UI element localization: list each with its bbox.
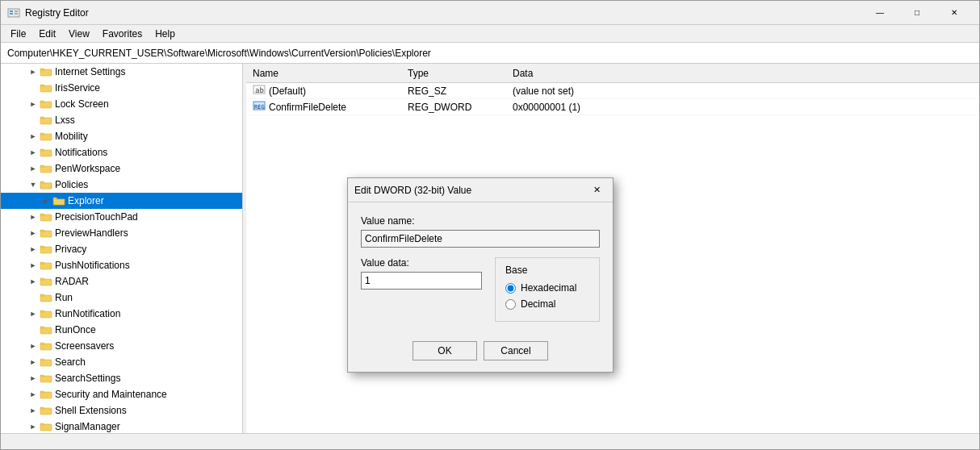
folder-icon: [40, 210, 52, 223]
tree-expander-icon[interactable]: ►: [27, 65, 40, 78]
dialog-data-row: Value data: Base Hexadecimal Decimal: [361, 257, 600, 322]
folder-icon: [40, 420, 52, 433]
tree-expander-icon[interactable]: ►: [40, 194, 52, 207]
hexadecimal-radio-label[interactable]: Hexadecimal: [505, 282, 589, 294]
tree-expander-icon[interactable]: ►: [27, 162, 40, 175]
hexadecimal-radio[interactable]: [505, 283, 516, 294]
tree-item[interactable]: ► Shell Extensions: [1, 402, 242, 419]
folder-icon: [40, 98, 52, 110]
folder-icon: [52, 194, 65, 207]
tree-item-label: IrisService: [55, 82, 100, 94]
tree-item[interactable]: ► Privacy: [1, 241, 242, 257]
tree-expander-icon[interactable]: ►: [27, 388, 40, 401]
decimal-radio-label[interactable]: Decimal: [505, 298, 589, 310]
address-path: Computer\HKEY_CURRENT_USER\Software\Micr…: [7, 48, 431, 59]
tree-expander-icon[interactable]: ►: [27, 259, 40, 272]
tree-expander-icon[interactable]: [27, 323, 40, 336]
menu-item-edit[interactable]: Edit: [32, 27, 62, 41]
svg-text:ab: ab: [255, 86, 264, 94]
tree-item[interactable]: ► Explorer: [1, 193, 242, 209]
tree-item[interactable]: ► PenWorkspace: [1, 160, 242, 177]
tree-item[interactable]: ► RADAR: [1, 273, 242, 290]
dialog-data-section: Value data:: [361, 257, 482, 322]
menu-item-favorites[interactable]: Favorites: [96, 27, 149, 41]
statusbar: [1, 433, 979, 449]
tree-item[interactable]: ► Screensavers: [1, 338, 242, 354]
tree-expander-icon[interactable]: ►: [27, 98, 40, 110]
tree-expander-icon[interactable]: ►: [27, 307, 40, 320]
table-row[interactable]: ab (Default)REG_SZ(value not set): [246, 83, 979, 99]
folder-icon: [40, 356, 52, 369]
cell-type: REG_SZ: [408, 85, 513, 97]
dialog-close-button[interactable]: ✕: [587, 181, 606, 199]
tree-item[interactable]: ► PrecisionTouchPad: [1, 209, 242, 225]
tree-item[interactable]: ► Internet Settings: [1, 64, 242, 80]
folder-icon: [40, 340, 52, 352]
dialog-title: Edit DWORD (32-bit) Value: [354, 185, 587, 196]
tree-expander-icon[interactable]: ►: [27, 420, 40, 433]
tree-expander-icon[interactable]: ►: [27, 210, 40, 223]
col-header-name: Name: [246, 68, 408, 79]
tree-item-label: Run: [55, 292, 73, 303]
tree-item[interactable]: ► Security and Maintenance: [1, 386, 242, 402]
tree-item[interactable]: ► Notifications: [1, 144, 242, 160]
tree-expander-icon[interactable]: [27, 81, 40, 94]
tree-item[interactable]: ► PreviewHandlers: [1, 225, 242, 241]
cancel-button[interactable]: Cancel: [484, 341, 548, 360]
tree-item[interactable]: Run: [1, 290, 242, 306]
tree-expander-icon[interactable]: [27, 114, 40, 127]
tree-item-label: Explorer: [68, 195, 104, 206]
tree-item[interactable]: RunOnce: [1, 322, 242, 338]
menu-item-file[interactable]: File: [4, 27, 32, 41]
folder-icon: [40, 259, 52, 272]
tree-item[interactable]: ► Mobility: [1, 128, 242, 144]
ok-button[interactable]: OK: [413, 341, 477, 360]
close-button[interactable]: ✕: [936, 1, 973, 25]
tree-expander-icon[interactable]: ▼: [27, 178, 40, 191]
tree-item[interactable]: ► Lock Screen: [1, 96, 242, 112]
tree-expander-icon[interactable]: ►: [27, 146, 40, 159]
table-row[interactable]: REG ConfirmFileDeleteREG_DWORD0x00000001…: [246, 99, 979, 115]
edit-dword-dialog: Edit DWORD (32-bit) Value ✕ Value name: …: [347, 177, 614, 373]
tree-expander-icon[interactable]: ►: [27, 372, 40, 385]
tree-expander-icon[interactable]: ►: [27, 130, 40, 143]
tree-item-label: Search: [55, 356, 86, 368]
decimal-label: Decimal: [521, 298, 555, 310]
tree-item[interactable]: ► Search: [1, 354, 242, 370]
folder-icon: [40, 162, 52, 175]
tree-item[interactable]: Lxss: [1, 112, 242, 128]
cell-data: (value not set): [513, 85, 979, 97]
tree-expander-icon[interactable]: ►: [27, 227, 40, 240]
tree-item[interactable]: ► PushNotifications: [1, 257, 242, 273]
tree-item-label: Shell Extensions: [55, 405, 127, 416]
titlebar: Registry Editor — □ ✕: [1, 1, 979, 25]
tree-item-label: Screensavers: [55, 340, 114, 352]
folder-icon: [40, 243, 52, 256]
folder-icon: [40, 388, 52, 401]
tree-item[interactable]: ► SearchSettings: [1, 370, 242, 386]
tree-item[interactable]: ► RunNotification: [1, 306, 242, 322]
tree-expander-icon[interactable]: ►: [27, 243, 40, 256]
tree-item[interactable]: ▼ Policies: [1, 177, 242, 193]
tree-item-label: RADAR: [55, 276, 89, 287]
tree-expander-icon[interactable]: ►: [27, 340, 40, 352]
tree-item[interactable]: IrisService: [1, 80, 242, 96]
tree-item-label: Policies: [55, 179, 88, 190]
minimize-button[interactable]: —: [861, 1, 898, 25]
dialog-titlebar: Edit DWORD (32-bit) Value ✕: [348, 178, 613, 202]
tree-expander-icon[interactable]: ►: [27, 275, 40, 288]
folder-icon: [40, 323, 52, 336]
menu-item-view[interactable]: View: [62, 27, 96, 41]
tree-expander-icon[interactable]: [27, 291, 40, 304]
tree-item[interactable]: ► SignalManager: [1, 419, 242, 433]
tree-expander-icon[interactable]: ►: [27, 404, 40, 417]
value-name-label: Value name:: [361, 215, 600, 227]
maximize-button[interactable]: □: [898, 1, 936, 25]
tree-expander-icon[interactable]: ►: [27, 356, 40, 369]
folder-icon: [40, 178, 52, 191]
decimal-radio[interactable]: [505, 299, 516, 310]
menu-item-help[interactable]: Help: [149, 27, 182, 41]
value-name-input: [361, 230, 600, 248]
value-data-input[interactable]: [361, 272, 482, 290]
folder-icon: [40, 291, 52, 304]
